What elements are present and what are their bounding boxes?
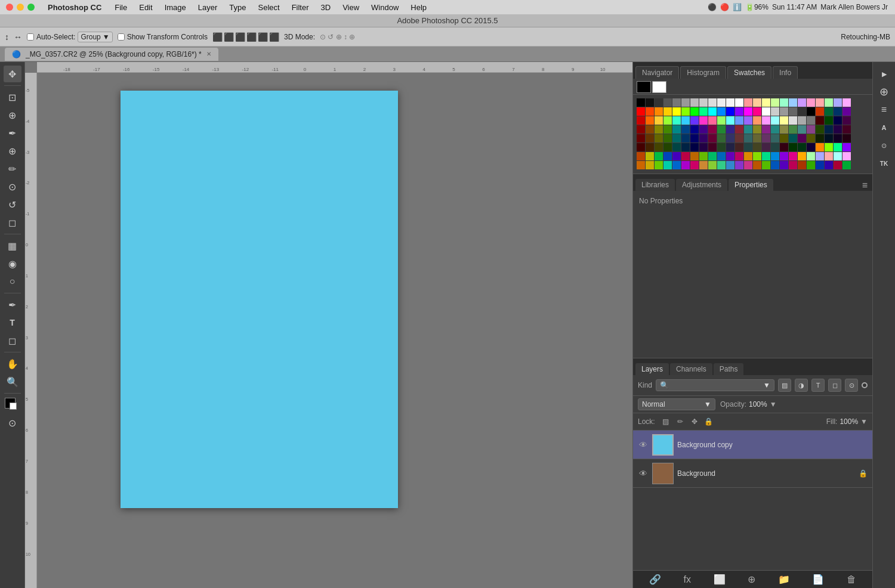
crop-tool[interactable]: ⊕ [4, 107, 21, 123]
layer-filter-shape[interactable]: ◻ [828, 379, 841, 392]
swatch-color[interactable] [690, 161, 699, 169]
lasso-tool[interactable]: ⊡ [4, 89, 21, 106]
add-style-button[interactable]: fx [683, 574, 690, 585]
menu-type[interactable]: Type [223, 0, 252, 14]
tab-histogram[interactable]: Histogram [680, 66, 726, 79]
maximize-traffic-light[interactable] [27, 4, 35, 11]
swatch-color[interactable] [646, 143, 654, 151]
swatch-color[interactable] [672, 143, 681, 151]
mini-circle-button[interactable]: ⊙ [876, 137, 893, 154]
swatch-color[interactable] [699, 98, 708, 107]
swatch-color[interactable] [834, 125, 842, 134]
swatch-color[interactable] [780, 107, 788, 116]
swatch-color[interactable] [789, 116, 797, 125]
add-mask-button[interactable]: ⬜ [714, 574, 726, 585]
minimize-traffic-light[interactable] [17, 4, 24, 11]
mini-text-button[interactable]: A [876, 119, 893, 136]
swatch-color[interactable] [646, 98, 654, 107]
dodge-tool[interactable]: ○ [4, 273, 21, 290]
swatch-color[interactable] [708, 107, 717, 116]
swatch-color[interactable] [753, 98, 761, 107]
swatch-color[interactable] [816, 125, 824, 134]
swatch-color[interactable] [744, 116, 752, 125]
swatch-color[interactable] [771, 143, 779, 151]
swatch-color[interactable] [655, 98, 663, 107]
swatch-color[interactable] [780, 98, 788, 107]
swatch-color[interactable] [771, 161, 779, 169]
swatch-color[interactable] [753, 107, 761, 116]
swatch-color[interactable] [780, 125, 788, 134]
add-link-button[interactable]: 🔗 [649, 574, 661, 585]
swatch-color[interactable] [780, 134, 788, 143]
align-top-icon[interactable]: ⬛ [246, 32, 257, 42]
zoom-tool[interactable]: 🔍 [4, 373, 21, 390]
mini-play-button[interactable]: ▶ [876, 66, 893, 82]
swatch-color[interactable] [672, 107, 681, 116]
swatch-color[interactable] [834, 134, 842, 143]
layer-visibility-icon[interactable]: 👁 [638, 468, 649, 479]
swatch-color[interactable] [672, 116, 681, 125]
tab-navigator[interactable]: Navigator [635, 66, 679, 79]
swatch-color[interactable] [744, 152, 752, 160]
swatch-color[interactable] [708, 152, 717, 160]
swatch-color[interactable] [789, 134, 797, 143]
swatch-color[interactable] [816, 152, 824, 160]
swatch-color[interactable] [663, 107, 672, 116]
swatch-color[interactable] [842, 152, 851, 160]
swatch-color[interactable] [655, 161, 663, 169]
swatch-color[interactable] [663, 125, 672, 134]
history-tool[interactable]: ↺ [4, 196, 21, 213]
quick-mask-tool[interactable]: ⊙ [4, 414, 21, 431]
swatch-color[interactable] [771, 107, 779, 116]
swatch-color[interactable] [717, 107, 726, 116]
swatch-color[interactable] [708, 143, 717, 151]
swatch-color[interactable] [744, 161, 752, 169]
menu-layer[interactable]: Layer [192, 0, 224, 14]
swatch-color[interactable] [717, 134, 726, 143]
swatch-color[interactable] [798, 98, 806, 107]
swatch-color[interactable] [655, 107, 663, 116]
swatch-color[interactable] [825, 152, 833, 160]
group-dropdown[interactable]: Group ▼ [78, 32, 112, 42]
swatch-color[interactable] [735, 152, 743, 160]
document-tab[interactable]: 🔵 _MG_0357.CR2 @ 25% (Background copy, R… [5, 48, 218, 61]
swatch-color[interactable] [655, 143, 663, 151]
swatch-color[interactable] [717, 98, 726, 107]
menu-image[interactable]: Image [159, 0, 192, 14]
swatch-color[interactable] [842, 125, 851, 134]
tab-properties[interactable]: Properties [729, 179, 773, 191]
show-transform-checkbox[interactable] [118, 33, 125, 41]
swatch-color[interactable] [762, 161, 770, 169]
swatch-color[interactable] [771, 98, 779, 107]
swatch-color[interactable] [690, 143, 699, 151]
layer-filter-adjustment[interactable]: ◑ [795, 379, 808, 392]
eyedropper-tool[interactable]: ✒ [4, 125, 21, 141]
layer-filter-type[interactable]: T [811, 379, 825, 392]
lock-transparent-icon[interactable]: ▨ [660, 416, 672, 428]
layer-visibility-icon[interactable]: 👁 [638, 440, 649, 450]
swatch-color[interactable] [762, 107, 770, 116]
swatch-color[interactable] [834, 116, 842, 125]
swatch-color[interactable] [717, 161, 726, 169]
menu-help[interactable]: Help [405, 0, 433, 14]
swatch-color[interactable] [663, 152, 672, 160]
swatch-color[interactable] [735, 134, 743, 143]
swatch-color[interactable] [842, 161, 851, 169]
swatch-color[interactable] [789, 161, 797, 169]
swatch-color[interactable] [726, 143, 734, 151]
text-tool[interactable]: T [4, 314, 21, 331]
swatch-color[interactable] [744, 125, 752, 134]
swatch-color[interactable] [825, 107, 833, 116]
swatch-color[interactable] [825, 143, 833, 151]
swatch-color[interactable] [807, 134, 815, 143]
swatch-color[interactable] [690, 134, 699, 143]
delete-layer-button[interactable]: 🗑 [847, 574, 856, 585]
swatch-color[interactable] [816, 161, 824, 169]
align-center-h-icon[interactable]: ⬛ [224, 32, 234, 42]
swatch-color[interactable] [726, 107, 734, 116]
align-bottom-icon[interactable]: ⬛ [269, 32, 279, 42]
swatch-color[interactable] [842, 134, 851, 143]
swatch-color[interactable] [762, 143, 770, 151]
swatch-color[interactable] [637, 125, 645, 134]
tab-adjustments[interactable]: Adjustments [676, 179, 727, 191]
